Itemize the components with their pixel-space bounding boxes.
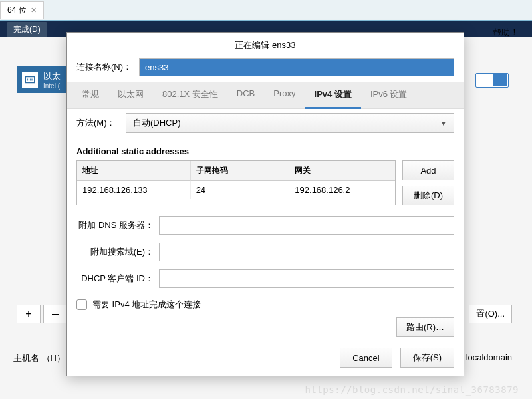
nic-toggle[interactable] (475, 73, 509, 88)
method-select[interactable]: 自动(DHCP) ▼ (126, 113, 454, 133)
table-row[interactable]: 192.168.126.133 24 192.168.126.2 (77, 181, 395, 199)
svg-rect-0 (25, 77, 35, 83)
bg-add-button[interactable]: + (17, 305, 41, 323)
nic-subtitle: Intel ( (43, 82, 61, 90)
close-icon[interactable]: ✕ (31, 6, 37, 15)
window-tab-bar: 64 位 ✕ (0, 0, 532, 21)
method-label: 方法(M)： (76, 117, 120, 129)
routes-button[interactable]: 路由(R)… (396, 317, 454, 337)
nic-title: 以太 (43, 70, 61, 82)
bg-remove-button[interactable]: – (43, 305, 67, 323)
done-button[interactable]: 完成(D) (7, 22, 47, 37)
cell-gateway[interactable]: 192.168.126.2 (289, 181, 395, 199)
connection-name-input[interactable] (139, 58, 454, 76)
tab-dcb[interactable]: DCB (227, 82, 264, 108)
chevron-down-icon: ▼ (440, 120, 447, 127)
dhcp-client-id-label: DHCP 客户端 ID： (76, 273, 154, 285)
hostname-domain: localdomain (466, 352, 512, 362)
additional-addresses-label: Additional static addresses (67, 137, 464, 160)
hostname-label: 主机名 （H） (13, 352, 65, 364)
addr-col-mask[interactable]: 子网掩码 (191, 161, 290, 181)
dialog-tabs: 常规 以太网 802.1X 安全性 DCB Proxy IPv4 设置 IPv6… (67, 82, 464, 109)
tab-general[interactable]: 常规 (72, 82, 108, 108)
cell-address[interactable]: 192.168.126.133 (77, 181, 191, 199)
window-tab[interactable]: 64 位 ✕ (0, 1, 44, 19)
tab-label: 64 位 (7, 5, 27, 16)
cancel-button[interactable]: Cancel (340, 348, 392, 368)
edit-connection-dialog: 正在编辑 ens33 连接名称(N)： 常规 以太网 802.1X 安全性 DC… (66, 32, 464, 376)
watermark: https://blog.csdn.net/sinat_36783879 (305, 384, 519, 395)
addr-col-gateway[interactable]: 网关 (289, 161, 395, 181)
tab-8021x[interactable]: 802.1X 安全性 (153, 82, 227, 108)
help-button[interactable]: 帮助！ (493, 27, 519, 39)
bg-configure-button[interactable]: 置(O)... (469, 305, 512, 323)
dns-input[interactable] (159, 216, 454, 235)
search-domain-label: 附加搜索域(E)： (76, 246, 154, 258)
search-domain-input[interactable] (159, 243, 454, 261)
tab-ipv4[interactable]: IPv4 设置 (305, 82, 361, 109)
cell-mask[interactable]: 24 (191, 181, 290, 199)
tab-ipv6[interactable]: IPv6 设置 (361, 82, 417, 108)
ethernet-icon (22, 72, 38, 88)
dhcp-client-id-input[interactable] (159, 269, 454, 288)
save-button[interactable]: 保存(S) (400, 348, 454, 368)
require-ipv4-label: 需要 IPv4 地址完成这个连接 (92, 299, 201, 311)
nic-card-text: 以太 Intel ( (43, 70, 61, 90)
addr-col-address[interactable]: 地址 (77, 161, 191, 181)
tab-ethernet[interactable]: 以太网 (108, 82, 153, 108)
dialog-title: 正在编辑 ens33 (67, 33, 464, 55)
add-address-button[interactable]: Add (402, 160, 454, 180)
address-table: 地址 子网掩码 网关 192.168.126.133 24 192.168.12… (76, 160, 396, 205)
connection-name-label: 连接名称(N)： (76, 61, 134, 73)
delete-address-button[interactable]: 删除(D) (402, 186, 454, 205)
require-ipv4-checkbox[interactable] (76, 299, 87, 310)
tab-proxy[interactable]: Proxy (264, 82, 305, 108)
dns-label: 附加 DNS 服务器： (76, 219, 154, 231)
method-value: 自动(DHCP) (133, 117, 181, 129)
